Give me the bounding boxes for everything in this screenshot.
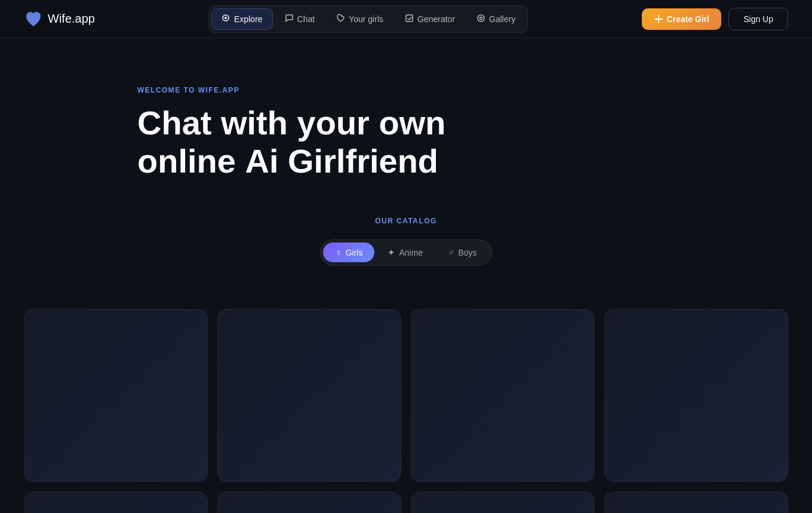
create-icon	[654, 14, 663, 24]
anime-icon: ✦	[387, 247, 395, 258]
female-icon: ♀	[335, 247, 342, 257]
male-icon: ♂	[448, 247, 454, 257]
nav-item-explore[interactable]: Explore	[211, 8, 272, 30]
catalog-tab-group: ♀ Girls ✦ Anime ♂ Boys	[320, 239, 491, 266]
tab-girls[interactable]: ♀ Girls	[323, 242, 374, 262]
nav-links: Explore Chat Your girls Generator Galler…	[208, 5, 528, 33]
svg-rect-2	[406, 15, 413, 21]
heart-icon	[336, 14, 345, 24]
explore-icon	[222, 14, 230, 24]
hero-section: WELCOME TO WIFE.APP Chat with your own o…	[0, 38, 812, 217]
tab-anime[interactable]: ✦ Anime	[376, 242, 435, 263]
nav-item-chat[interactable]: Chat	[275, 9, 325, 29]
catalog-section: OUR CATALOG ♀ Girls ✦ Anime ♂ Boys	[0, 217, 812, 309]
logo-icon	[24, 10, 43, 29]
hero-title: Chat with your own online Ai Girlfriend	[137, 104, 675, 181]
logo[interactable]: Wife.app	[24, 10, 95, 29]
create-girl-button[interactable]: Create Girl	[642, 8, 722, 30]
nav-item-your-girls[interactable]: Your girls	[327, 9, 393, 29]
signup-button[interactable]: Sign Up	[728, 8, 788, 30]
card-item[interactable]	[411, 492, 595, 513]
gallery-icon	[476, 14, 485, 24]
tab-boys[interactable]: ♂ Boys	[436, 242, 488, 262]
welcome-label: WELCOME TO WIFE.APP	[137, 86, 675, 94]
generator-icon	[405, 14, 414, 24]
card-item[interactable]	[217, 492, 401, 513]
navbar: Wife.app Explore Chat Your girls Gene	[0, 0, 812, 38]
svg-point-4	[480, 17, 482, 19]
card-item[interactable]	[24, 309, 208, 482]
logo-text: Wife.app	[48, 12, 95, 26]
nav-item-gallery[interactable]: Gallery	[467, 9, 525, 29]
catalog-label: OUR CATALOG	[24, 217, 788, 225]
card-item[interactable]	[217, 309, 401, 482]
svg-point-1	[224, 17, 227, 19]
card-grid	[0, 309, 812, 513]
card-item[interactable]	[604, 309, 788, 482]
nav-right: Create Girl Sign Up	[642, 8, 788, 30]
card-item[interactable]	[411, 309, 595, 482]
nav-item-generator[interactable]: Generator	[395, 9, 465, 29]
chat-icon	[285, 14, 294, 24]
svg-point-3	[478, 15, 484, 21]
card-item[interactable]	[24, 492, 208, 513]
card-item[interactable]	[604, 492, 788, 513]
